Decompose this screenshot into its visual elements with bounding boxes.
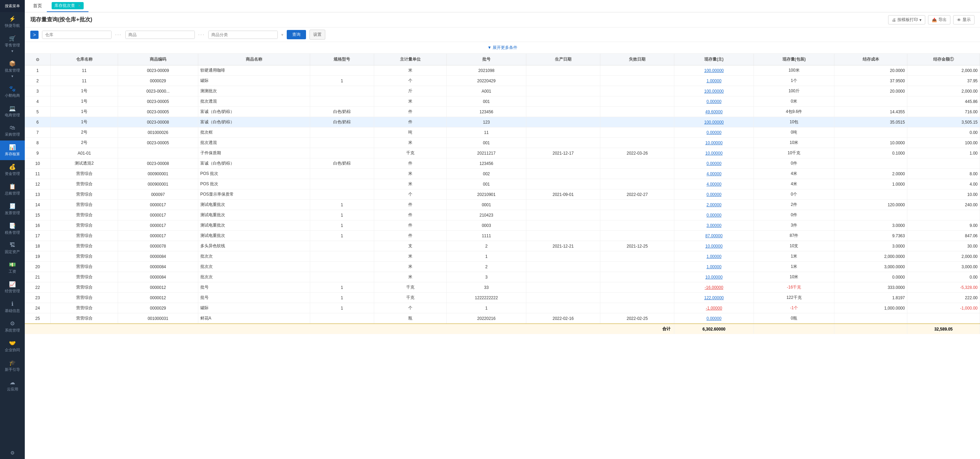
arrow-btn[interactable]: > [30, 31, 38, 39]
cell-prod-date [526, 169, 600, 179]
sidebar-item-mini-ecom[interactable]: 🐾 小鹅电商 [0, 82, 25, 102]
cell-stock-qty-main[interactable]: 2.00000 [675, 200, 754, 210]
sidebar-item-cloud[interactable]: ☁ 云应用 [0, 376, 25, 395]
cell-stock-qty-main[interactable]: 49.60000 [675, 107, 754, 117]
settings-btn[interactable]: 设置 [309, 30, 325, 40]
stock-qty-link[interactable]: 87.00000 [705, 233, 722, 238]
cell-batch-no: 20211217 [447, 148, 526, 158]
stock-qty-link[interactable]: 3.00000 [706, 223, 721, 228]
cell-stock-qty-main[interactable]: 122.00000 [675, 293, 754, 303]
cell-stock-qty-main[interactable]: 0.00000 [675, 128, 754, 138]
sidebar-item-inventory[interactable]: 📊 库存核算 [0, 140, 25, 160]
stock-qty-link[interactable]: -1.00000 [706, 306, 722, 311]
cell-product-code: 000900001 [118, 169, 198, 179]
expand-toggle[interactable]: ▼ 展开更多条件 [487, 43, 517, 52]
cell-stock-qty-main[interactable]: 0.00000 [675, 210, 754, 220]
stock-qty-link[interactable]: 0.00000 [706, 99, 721, 104]
stock-qty-link[interactable]: -16.00000 [705, 285, 723, 290]
stock-qty-link[interactable]: 49.60000 [705, 110, 722, 114]
stock-qty-link[interactable]: 10.00000 [705, 244, 722, 249]
tab-home[interactable]: 首页 [28, 1, 47, 12]
category-input[interactable] [208, 31, 277, 38]
stock-qty-link[interactable]: 0.00000 [706, 192, 721, 197]
sidebar-item-general[interactable]: 📋 总账管理 [0, 180, 25, 199]
stock-qty-link[interactable]: 1.00000 [706, 265, 721, 269]
cell-stock-qty-main[interactable]: 1.00000 [675, 262, 754, 272]
sidebar-item-purchase[interactable]: 🛍 采购管理 [0, 121, 25, 140]
sidebar-item-guide[interactable]: 🎓 新手引导 [0, 356, 25, 376]
tab-inventory-batch[interactable]: 库存批次查 ✕ [47, 0, 89, 12]
stock-qty-link[interactable]: 100.00000 [704, 68, 724, 73]
cell-stock-qty-main[interactable]: -16.00000 [675, 282, 754, 293]
cell-stock-qty-main[interactable]: 3.00000 [675, 220, 754, 231]
cell-stock-qty-main[interactable]: 10.00000 [675, 148, 754, 158]
stock-qty-link[interactable]: 0.00000 [706, 130, 721, 135]
cell-total-cost: 445.86 [907, 96, 980, 107]
stock-qty-link[interactable]: 4.00000 [706, 172, 721, 176]
sidebar-item-quick-nav[interactable]: ⚡ 快捷导航 [0, 12, 25, 32]
cell-product-code: 0023-00005 [118, 96, 198, 107]
search-btn[interactable]: 查询 [287, 30, 306, 39]
sidebar-item-ecom[interactable]: 💻 电商管理 [0, 102, 25, 121]
stock-qty-link[interactable]: 10.00000 [705, 275, 722, 280]
product-input[interactable] [126, 31, 194, 38]
stock-qty-link[interactable]: 0.00000 [706, 316, 721, 321]
col-product-code: 商品编码 [118, 54, 198, 65]
stock-qty-link[interactable]: 122.00000 [704, 295, 724, 300]
stock-qty-link[interactable]: 10.00000 [705, 140, 722, 145]
sidebar-item-asset[interactable]: 💰 资金管理 [0, 160, 25, 180]
cell-stock-qty-main[interactable]: 0.00000 [675, 190, 754, 200]
stock-qty-link[interactable]: 4.00000 [706, 182, 721, 186]
sidebar-item-payroll[interactable]: 💵 工资 [0, 258, 25, 277]
stock-qty-link[interactable]: 1.00000 [706, 254, 721, 259]
stock-qty-link[interactable]: 10.00000 [705, 151, 722, 156]
warehouse-input[interactable] [42, 31, 111, 38]
sidebar-item-basic[interactable]: ℹ 基础信息 [0, 297, 25, 317]
table-row: 41号0023-00005批次透混米0010.000000米445.86 [25, 96, 980, 107]
cell-stock-qty-main[interactable]: 4.00000 [675, 169, 754, 179]
cell-stock-qty-main[interactable]: 0.00000 [675, 96, 754, 107]
export-btn[interactable]: 📤 导出 [928, 15, 950, 24]
cell-product-name: 测试电重批次 [198, 220, 310, 231]
sidebar-item-corp[interactable]: 🤝 企业协同 [0, 336, 25, 356]
sidebar-settings[interactable]: ⚙ [0, 446, 25, 459]
stock-qty-link[interactable]: 100.00000 [704, 120, 724, 125]
table-body: 1110023-00009软硬通用咖啡米2021098100.00000100米… [25, 65, 980, 324]
sidebar-item-fixed-assets[interactable]: 🏗 固定资产 [0, 239, 25, 258]
cell-product-code: 0000029 [118, 303, 198, 313]
stock-qty-link[interactable]: 1.00000 [706, 78, 721, 83]
stock-qty-link[interactable]: 2.00000 [706, 202, 721, 207]
stock-qty-link[interactable]: 0.00000 [706, 213, 721, 218]
cell-product-code: 0000017 [118, 220, 198, 231]
sidebar-item-sys[interactable]: ⚙ 系统管理 [0, 317, 25, 336]
sidebar-item-batch[interactable]: 📦 批发管理 ▾ [0, 57, 25, 82]
cell-stock-qty-main[interactable]: 100.00000 [675, 86, 754, 96]
cell-stock-qty-main[interactable]: 4.00000 [675, 179, 754, 190]
stock-qty-link[interactable]: 0.00000 [706, 161, 721, 166]
sidebar-item-sales[interactable]: 🛒 零售管理 ▾ [0, 32, 25, 57]
sidebar-item-biz[interactable]: 📈 经营管理 [0, 277, 25, 297]
sidebar-item-invoice[interactable]: 🧾 发票管理 [0, 199, 25, 219]
sidebar-item-label: 系统管理 [5, 328, 20, 333]
display-btn[interactable]: 👁 显示 [953, 15, 975, 24]
fixed-assets-icon: 🏗 [10, 242, 15, 248]
cell-stock-qty-main[interactable]: 100.00000 [675, 117, 754, 128]
cell-stock-qty-main[interactable]: 10.00000 [675, 272, 754, 282]
tab-close-btn[interactable]: ✕ [78, 3, 81, 8]
sidebar-item-tax[interactable]: 📑 税务管理 [0, 219, 25, 239]
cell-product-code: 001000031 [118, 313, 198, 324]
cell-unit: 瓶 [374, 313, 447, 324]
cell-stock-qty-main[interactable]: 0.00000 [675, 158, 754, 169]
cell-stock-qty-main[interactable]: 0.00000 [675, 313, 754, 324]
cell-stock-qty-main[interactable]: 100.00000 [675, 65, 754, 76]
cell-stock-qty-main[interactable]: -1.00000 [675, 303, 754, 313]
cell-stock-qty-main[interactable]: 1.00000 [675, 76, 754, 86]
cell-stock-qty-main[interactable]: 10.00000 [675, 241, 754, 251]
cell-stock-qty-main[interactable]: 10.00000 [675, 138, 754, 148]
print-btn[interactable]: 🖨 按模板打印 ▾ [888, 15, 925, 24]
stock-qty-link[interactable]: 100.00000 [704, 89, 724, 94]
cell-stock-qty-main[interactable]: 1.00000 [675, 251, 754, 262]
sidebar-logo[interactable]: 搜索菜单 [0, 0, 25, 12]
cell-stock-qty-main[interactable]: 87.00000 [675, 231, 754, 241]
table-container[interactable]: ⊙ 仓库名称 商品编码 商品名称 规格型号 主计量单位 批号 生产日期 失效日期… [25, 54, 980, 459]
